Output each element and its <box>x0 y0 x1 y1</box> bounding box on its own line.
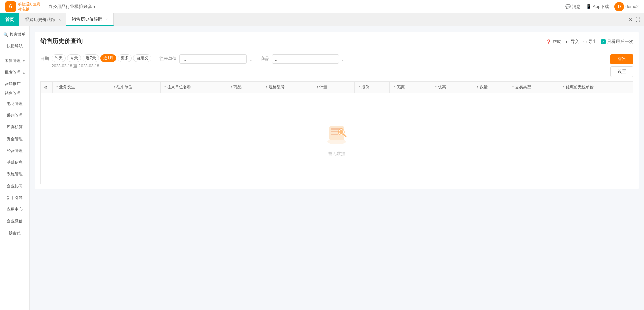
sidebar-item-apps[interactable]: 应用中心 <box>1 204 28 215</box>
sidebar-sub-marketing[interactable]: 营销推广 <box>1 79 28 89</box>
sidebar-item-wholesale[interactable]: 批发管理 ▴ <box>1 67 28 78</box>
th-partner-name[interactable]: ↕ 往来单位名称 <box>160 82 227 93</box>
date-btn-today[interactable]: 今天 <box>67 54 81 62</box>
tab-sales-history[interactable]: 销售历史价跟踪 × <box>66 13 113 26</box>
date-options: 昨天 今天 近7天 近1月 更多 自定义 2023-02-18 至 2023-0… <box>52 54 151 69</box>
th-settings[interactable]: ⚙ <box>41 82 53 93</box>
search-icon: 🔍 <box>3 32 8 37</box>
data-table: ⚙ ↕ 业务发生... ↕ 往来单位 ↕ 往来单位名称 <box>40 81 633 184</box>
th-partner[interactable]: ↕ 往来单位 <box>110 82 160 93</box>
goods-filter-group: 商品 ... <box>261 54 345 64</box>
empty-text: 暂无数据 <box>328 151 345 157</box>
sidebar-item-search[interactable]: 🔍 搜索菜单 <box>1 29 28 40</box>
date-btn-yesterday[interactable]: 昨天 <box>52 54 66 62</box>
help-icon: ❓ <box>546 39 551 44</box>
empty-state-row: 暂无数据 <box>41 93 633 184</box>
sidebar-item-ecommerce[interactable]: 电商管理 <box>1 98 28 109</box>
date-btn-1month[interactable]: 近1月 <box>100 54 117 62</box>
date-btn-more[interactable]: 更多 <box>118 54 132 62</box>
user-area[interactable]: D demo2 <box>614 2 639 11</box>
help-btn[interactable]: ❓ 帮助 <box>546 39 561 45</box>
avatar: D <box>614 2 624 11</box>
setting-btn[interactable]: 设置 <box>610 66 633 77</box>
sidebar-item-member[interactable]: 畅会员 <box>1 227 28 239</box>
sidebar-item-operations[interactable]: 经营管理 <box>1 145 28 156</box>
th-price[interactable]: ↕ 报价 <box>355 82 390 93</box>
content-area: 销售历史价查询 ❓ 帮助 ↩ 导入 ↪ 导出 <box>30 26 644 310</box>
app-selector[interactable]: 办公用品行业模拟账套 ▾ <box>48 4 96 10</box>
date-label: 日期 <box>40 54 49 62</box>
page-card: 销售历史价查询 ❓ 帮助 ↩ 导入 ↪ 导出 <box>35 32 639 189</box>
goods-input[interactable] <box>272 54 339 64</box>
date-filter-group: 日期 昨天 今天 近7天 近1月 更多 自定义 2023-02-18 至 202… <box>40 54 151 69</box>
th-discount1[interactable]: ↕ 优惠... <box>390 82 431 93</box>
th-qty[interactable]: ↕ 数量 <box>473 82 508 93</box>
empty-state: 暂无数据 <box>41 93 633 184</box>
partner-input[interactable] <box>179 54 247 64</box>
sidebar-sub-sales[interactable]: 销售管理 <box>1 89 28 98</box>
query-buttons: 查询 设置 <box>610 54 633 77</box>
partner-filter-group: 往来单位 ... <box>159 54 252 64</box>
only-last-checkbox[interactable]: ✓ 只看最后一次 <box>601 39 633 45</box>
date-buttons: 昨天 今天 近7天 近1月 更多 自定义 <box>52 54 151 62</box>
app-download-btn[interactable]: 📱 App下载 <box>586 4 609 10</box>
tab-close-sales[interactable]: × <box>106 17 108 21</box>
th-discount2[interactable]: ↕ 优惠... <box>431 82 473 93</box>
sidebar-item-wechat[interactable]: 企业微信 <box>1 216 28 227</box>
th-biz-date[interactable]: ↕ 业务发生... <box>53 82 110 93</box>
sidebar-divider-1 <box>5 54 25 54</box>
top-bar-left: 6 畅捷通好生意 标准版 办公用品行业模拟账套 ▾ <box>5 1 96 12</box>
tab-expand-icon[interactable]: ⛶ <box>635 17 640 22</box>
tab-purchase-history[interactable]: 采购历史价跟踪 × <box>19 13 66 26</box>
tab-bar: 首页 采购历史价跟踪 × 销售历史价跟踪 × ✕ ⛶ <box>0 13 644 26</box>
empty-icon <box>323 120 350 147</box>
page-title: 销售历史价查询 <box>40 37 83 45</box>
sidebar-item-purchase[interactable]: 采购管理 <box>1 110 28 121</box>
date-btn-custom[interactable]: 自定义 <box>133 54 151 62</box>
th-trans-type[interactable]: ↕ 交易类型 <box>508 82 559 93</box>
message-btn[interactable]: 💬 消息 <box>565 4 581 10</box>
main-layout: 🔍 搜索菜单 快捷导航 零售管理 ▾ 批发管理 ▴ 营销推广 销售管理 电商管理… <box>0 26 644 310</box>
sidebar-item-guide[interactable]: 新手引导 <box>1 192 28 203</box>
export-icon: ↪ <box>583 39 587 44</box>
import-icon: ↩ <box>566 39 569 44</box>
chevron-down-icon: ▾ <box>93 4 96 9</box>
sidebar: 🔍 搜索菜单 快捷导航 零售管理 ▾ 批发管理 ▴ 营销推广 销售管理 电商管理… <box>0 26 30 310</box>
sidebar-item-shortcuts[interactable]: 快捷导航 <box>1 41 28 52</box>
sidebar-item-basic[interactable]: 基础信息 <box>1 157 28 168</box>
top-bar: 6 畅捷通好生意 标准版 办公用品行业模拟账套 ▾ 💬 消息 📱 App下载 D… <box>0 0 644 13</box>
goods-label: 商品 <box>261 54 269 62</box>
sidebar-item-cooperation[interactable]: 企业协同 <box>1 180 28 192</box>
th-spec[interactable]: ↕ 规格型号 <box>262 82 313 93</box>
tab-close-all-icon[interactable]: ✕ <box>629 17 633 22</box>
logo-icon: 6 <box>5 1 16 12</box>
logo-text: 畅捷通好生意 标准版 <box>18 2 40 11</box>
chevron-up-icon: ▴ <box>23 71 25 74</box>
table-body: 暂无数据 <box>41 93 633 184</box>
svg-rect-4 <box>331 134 338 135</box>
tab-bar-right: ✕ ⛶ <box>629 13 644 26</box>
th-unit[interactable]: ↕ 计量... <box>313 82 354 93</box>
sidebar-item-retail[interactable]: 零售管理 ▾ <box>1 55 28 66</box>
partner-dots: ... <box>248 56 252 62</box>
sidebar-item-inventory[interactable]: 库存核算 <box>1 122 28 133</box>
date-btn-7days[interactable]: 近7天 <box>83 54 99 62</box>
download-icon: 📱 <box>586 4 591 9</box>
query-btn[interactable]: 查询 <box>610 54 633 64</box>
import-btn[interactable]: ↩ 导入 <box>566 39 579 45</box>
sidebar-item-system[interactable]: 系统管理 <box>1 169 28 180</box>
sidebar-item-finance[interactable]: 资金管理 <box>1 134 28 145</box>
th-tax-free-price[interactable]: ↕ 优惠前无税单价 <box>559 82 633 93</box>
date-range-display: 2023-02-18 至 2023-03-18 <box>52 63 151 69</box>
svg-line-6 <box>344 134 346 137</box>
th-goods[interactable]: ↕ 商品 <box>227 82 262 93</box>
partner-label: 往来单位 <box>159 54 177 62</box>
tab-home[interactable]: 首页 <box>0 13 19 26</box>
logo-area: 6 畅捷通好生意 标准版 <box>5 1 40 12</box>
tab-close-purchase[interactable]: × <box>59 18 61 22</box>
export-btn[interactable]: ↪ 导出 <box>583 39 597 45</box>
goods-dots: ... <box>340 56 345 62</box>
toolbar: ❓ 帮助 ↩ 导入 ↪ 导出 ✓ 只看最后一次 <box>546 39 633 45</box>
table-header-row: ⚙ ↕ 业务发生... ↕ 往来单位 ↕ 往来单位名称 <box>41 82 633 93</box>
checkbox-checked-icon: ✓ <box>601 39 606 44</box>
